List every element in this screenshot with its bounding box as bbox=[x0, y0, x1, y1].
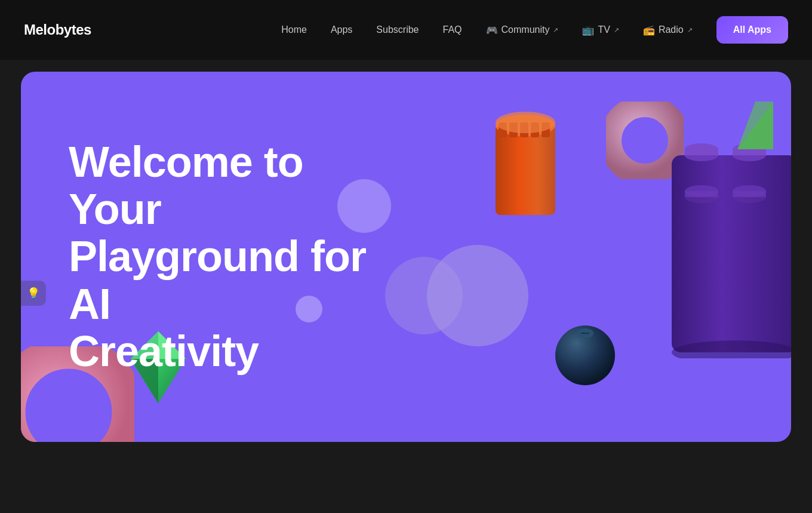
hero-title-line1: Welcome to Your bbox=[69, 138, 303, 233]
nav-item-apps[interactable]: Apps bbox=[321, 19, 362, 41]
cylinder-orange-shape bbox=[487, 102, 564, 221]
brand-logo[interactable]: Melobytes bbox=[24, 21, 91, 38]
tv-prefix-icon: 📺 bbox=[582, 24, 594, 36]
community-prefix-icon: 🎮 bbox=[486, 24, 498, 36]
sphere-teal-shape bbox=[552, 322, 618, 388]
navigation: Melobytes Home Apps Subscribe FAQ 🎮 Comm… bbox=[0, 0, 812, 60]
svg-rect-23 bbox=[733, 149, 766, 155]
nav-item-faq[interactable]: FAQ bbox=[433, 19, 472, 41]
nav-item-home[interactable]: Home bbox=[272, 19, 316, 41]
hero-section: 💡 Welcome to Your Playground for AI Crea… bbox=[21, 72, 791, 442]
hero-title-line2: Playground for AI bbox=[69, 232, 366, 327]
page-background bbox=[0, 454, 812, 502]
nav-links: Home Apps Subscribe FAQ 🎮 Community ↗ 📺 … bbox=[272, 19, 702, 42]
decorative-circle-4 bbox=[427, 245, 528, 346]
svg-rect-5 bbox=[496, 125, 555, 215]
nav-item-tv[interactable]: 📺 TV ↗ bbox=[573, 19, 628, 42]
svg-rect-29 bbox=[733, 191, 766, 197]
radio-prefix-icon: 📻 bbox=[643, 24, 655, 36]
svg-rect-26 bbox=[685, 191, 718, 197]
radio-external-icon: ↗ bbox=[687, 26, 693, 34]
hero-wrapper: 💡 Welcome to Your Playground for AI Crea… bbox=[0, 60, 812, 454]
corner-green-shape bbox=[737, 102, 773, 149]
nav-item-subscribe[interactable]: Subscribe bbox=[367, 19, 428, 41]
all-apps-button[interactable]: All Apps bbox=[716, 16, 788, 44]
lightbulb-icon: 💡 bbox=[27, 287, 40, 300]
svg-rect-17 bbox=[672, 155, 791, 352]
hero-title: Welcome to Your Playground for AI Creati… bbox=[69, 139, 403, 375]
svg-rect-20 bbox=[685, 149, 718, 155]
lightbulb-button[interactable]: 💡 bbox=[21, 281, 46, 306]
tv-external-icon: ↗ bbox=[614, 26, 619, 34]
svg-marker-32 bbox=[737, 102, 773, 149]
hero-text-block: Welcome to Your Playground for AI Creati… bbox=[69, 139, 403, 375]
community-external-icon: ↗ bbox=[553, 26, 558, 34]
lego-purple-shape bbox=[666, 119, 791, 358]
svg-point-12 bbox=[496, 112, 555, 133]
hero-title-line3: Creativity bbox=[69, 327, 259, 375]
nav-item-community[interactable]: 🎮 Community ↗ bbox=[476, 19, 568, 42]
nav-item-radio[interactable]: 📻 Radio ↗ bbox=[633, 19, 702, 42]
